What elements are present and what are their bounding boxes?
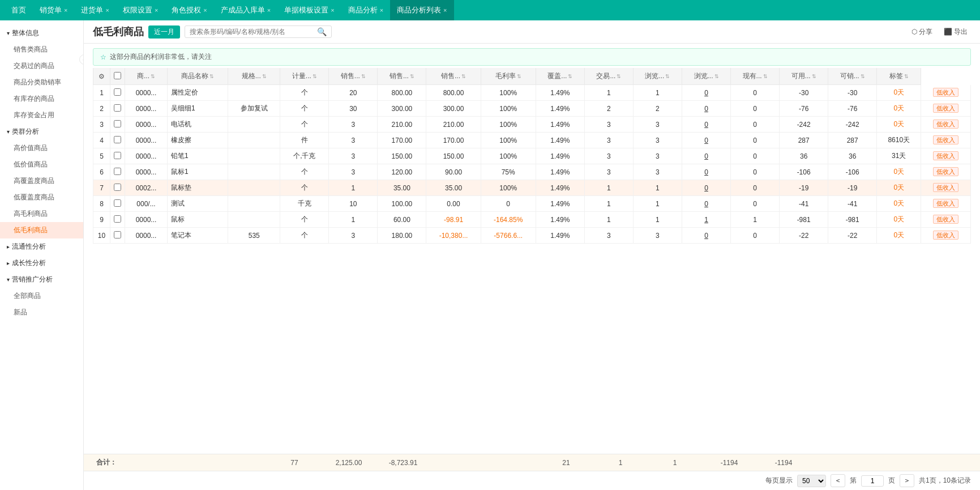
nav-item-goods-analysis[interactable]: 商品分析 × — [341, 0, 390, 20]
th-checkbox[interactable] — [110, 68, 125, 85]
browse1-link[interactable]: 1 — [704, 216, 708, 224]
cell-checkbox[interactable] — [110, 164, 125, 180]
sort-icon-sp[interactable]: ⇅ — [410, 74, 414, 79]
cell-browse1[interactable]: 0 — [682, 117, 730, 133]
cell-browse1[interactable]: 0 — [682, 101, 730, 117]
table-wrapper[interactable]: ⚙ 商...⇅ 商品名称⇅ 规格...⇅ 计量...⇅ 销售...⇅ 销售...… — [84, 68, 980, 454]
sidebar-item-high-margin[interactable]: 高毛利商品 — [0, 206, 83, 222]
cell-browse1[interactable]: 0 — [682, 133, 730, 148]
cell-browse1[interactable]: 0 — [682, 164, 730, 180]
cell-checkbox[interactable] — [110, 133, 125, 148]
sort-icon[interactable]: ⇅ — [151, 74, 155, 79]
sort-icon-cs[interactable]: ⇅ — [763, 74, 768, 79]
row-checkbox[interactable] — [114, 199, 121, 207]
sidebar-item-high-value[interactable]: 高价值商品 — [0, 140, 83, 156]
nav-item-template[interactable]: 单据模板设置 × — [277, 0, 341, 20]
cell-checkbox[interactable] — [110, 101, 125, 117]
cell-checkbox[interactable] — [110, 180, 125, 196]
nav-item-goods-list[interactable]: 商品分析列表 × — [390, 0, 453, 20]
search-icon[interactable]: 🔍 — [317, 27, 327, 36]
sidebar-item-stock-capital[interactable]: 库存资金占用 — [0, 107, 83, 123]
browse1-link[interactable]: 0 — [704, 137, 708, 144]
sort-icon-gr[interactable]: ⇅ — [517, 74, 521, 79]
sort-icon-unit[interactable]: ⇅ — [313, 74, 317, 79]
nav-item-product[interactable]: 产成品入库单 × — [214, 0, 277, 20]
browse1-link[interactable]: 0 — [704, 105, 708, 113]
nav-item-permission[interactable]: 权限设置 × — [116, 0, 165, 20]
sort-icon-sq[interactable]: ⇅ — [361, 74, 366, 79]
browse1-link[interactable]: 0 — [704, 89, 708, 97]
cell-browse1[interactable]: 1 — [682, 212, 730, 228]
time-filter-button[interactable]: 近一月 — [148, 25, 180, 39]
nav-item-home[interactable]: 首页 — [5, 0, 33, 20]
sort-icon-us[interactable]: ⇅ — [812, 74, 816, 79]
browse1-link[interactable]: 0 — [704, 152, 708, 160]
cell-browse1[interactable]: 0 — [682, 85, 730, 101]
nav-close-template[interactable]: × — [331, 7, 334, 14]
nav-close-product[interactable]: × — [267, 7, 271, 14]
sidebar-item-sales-goods[interactable]: 销售类商品 — [0, 41, 83, 58]
sort-icon-name[interactable]: ⇅ — [209, 74, 214, 79]
th-settings[interactable]: ⚙ — [93, 68, 110, 85]
cell-checkbox[interactable] — [110, 212, 125, 228]
prev-page-button[interactable]: ＜ — [831, 474, 845, 487]
nav-close-permission[interactable]: × — [155, 7, 158, 14]
sidebar-group-growth[interactable]: ▸ 成长性分析 — [0, 255, 83, 271]
nav-item-sales[interactable]: 销货单 × — [33, 0, 74, 20]
cell-browse1[interactable]: 0 — [682, 196, 730, 212]
row-checkbox[interactable] — [114, 231, 121, 238]
sidebar-item-stocked-goods[interactable]: 有库存的商品 — [0, 91, 83, 107]
row-checkbox[interactable] — [114, 104, 121, 112]
search-input[interactable] — [190, 28, 317, 36]
select-all-checkbox[interactable] — [114, 72, 121, 79]
row-checkbox[interactable] — [114, 120, 121, 127]
sidebar-item-all-goods[interactable]: 全部商品 — [0, 288, 83, 304]
sidebar-item-low-margin[interactable]: 低毛利商品 — [0, 222, 83, 238]
sidebar-group-overall[interactable]: ▾ 整体信息 — [0, 25, 83, 41]
row-checkbox[interactable] — [114, 136, 121, 143]
cell-checkbox[interactable] — [110, 85, 125, 101]
row-checkbox[interactable] — [114, 184, 121, 191]
sort-icon-b1[interactable]: ⇅ — [665, 74, 670, 79]
row-checkbox[interactable] — [114, 168, 121, 175]
sort-icon-tag[interactable]: ⇅ — [904, 74, 909, 79]
browse1-link[interactable]: 0 — [704, 200, 708, 208]
browse1-link[interactable]: 0 — [704, 168, 708, 176]
sidebar-item-low-value[interactable]: 低价值商品 — [0, 156, 83, 173]
cell-browse1[interactable]: 0 — [682, 148, 730, 164]
page-number-input[interactable] — [861, 475, 884, 487]
sidebar-item-new-goods[interactable]: 新品 — [0, 304, 83, 321]
cell-checkbox[interactable] — [110, 117, 125, 133]
sort-icon-spr[interactable]: ⇅ — [461, 74, 466, 79]
nav-close-role[interactable]: × — [203, 7, 207, 14]
cell-browse1[interactable]: 0 — [682, 180, 730, 196]
nav-item-role[interactable]: 角色授权 × — [165, 0, 213, 20]
nav-item-purchase[interactable]: 进货单 × — [74, 0, 115, 20]
nav-close-goods-analysis[interactable]: × — [380, 7, 383, 14]
sort-icon-b2[interactable]: ⇅ — [714, 74, 719, 79]
browse1-link[interactable]: 0 — [704, 232, 708, 240]
nav-close-purchase[interactable]: × — [105, 7, 109, 14]
cell-checkbox[interactable] — [110, 228, 125, 244]
cell-checkbox[interactable] — [110, 148, 125, 164]
sidebar-group-marketing[interactable]: ▾ 营销推广分析 — [0, 271, 83, 288]
browse1-link[interactable]: 0 — [704, 121, 708, 129]
sort-icon-tr[interactable]: ⇅ — [617, 74, 621, 79]
cell-checkbox[interactable] — [110, 196, 125, 212]
nav-close-sales[interactable]: × — [64, 7, 67, 14]
cell-browse1[interactable]: 0 — [682, 228, 730, 244]
export-button[interactable]: ⬛ 导出 — [940, 25, 971, 39]
row-checkbox[interactable] — [114, 215, 121, 223]
sort-icon-cv[interactable]: ⇅ — [568, 74, 572, 79]
sort-icon-sd[interactable]: ⇅ — [861, 74, 865, 79]
share-button[interactable]: ⬡ 分享 — [908, 25, 936, 39]
sort-icon-spec[interactable]: ⇅ — [262, 74, 267, 79]
sidebar-item-low-coverage[interactable]: 低覆盖度商品 — [0, 189, 83, 206]
sidebar-item-high-coverage[interactable]: 高覆盖度商品 — [0, 173, 83, 189]
sidebar-group-flow[interactable]: ▸ 流通性分析 — [0, 238, 83, 255]
sidebar-group-cluster[interactable]: ▾ 类群分析 — [0, 123, 83, 140]
row-checkbox[interactable] — [114, 152, 121, 159]
sidebar-item-category-rate[interactable]: 商品分类助销率 — [0, 74, 83, 91]
next-page-button[interactable]: ＞ — [900, 474, 914, 487]
sidebar-item-traded-goods[interactable]: 交易过的商品 — [0, 58, 83, 74]
